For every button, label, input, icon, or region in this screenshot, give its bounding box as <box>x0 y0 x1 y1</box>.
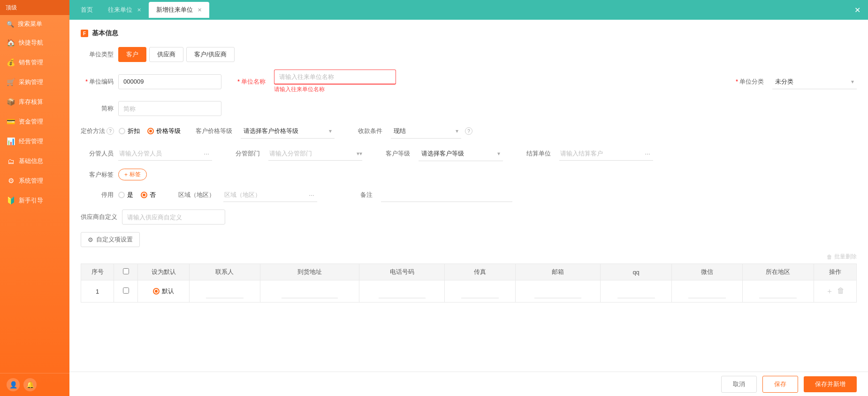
pricing-radio-discount-circle <box>119 128 125 134</box>
supplier-custom-label: 供应商自定义 <box>81 213 122 221</box>
table-cell-wechat <box>671 280 742 303</box>
manager-more-btn[interactable]: ··· <box>204 150 209 157</box>
disabled-radio-no-circle <box>141 192 147 198</box>
customer-level-select[interactable]: 请选择客户等级 <box>419 146 503 161</box>
region-more-btn[interactable]: ··· <box>309 191 314 199</box>
custom-settings-button[interactable]: ⚙ 自定义项设置 <box>81 232 140 247</box>
customer-price-level-select[interactable]: 请选择客户价格等级 <box>241 124 335 139</box>
content-area: F 基本信息 单位类型 客户 供应商 客户/供应商 单位编码 单位名称 请输入往… <box>69 20 868 372</box>
add-tag-button[interactable]: + 标签 <box>118 169 147 180</box>
tab-new-partner[interactable]: 新增往来单位 ✕ <box>149 2 209 18</box>
unit-name-field: 请输入往来单位名称 <box>274 70 396 93</box>
row-default-radio[interactable]: 默认 <box>143 287 184 295</box>
pricing-radio-discount[interactable]: 折扣 <box>119 127 140 135</box>
sidebar-item-label: 新手引导 <box>19 196 43 205</box>
unit-category-select[interactable]: 未分类 <box>772 74 857 89</box>
unit-type-group: 客户 供应商 客户/供应商 <box>118 47 235 62</box>
unit-code-input[interactable] <box>118 74 221 89</box>
supplier-custom-input[interactable] <box>122 210 225 225</box>
delete-row-button[interactable]: 🗑 <box>837 287 845 296</box>
save-button[interactable]: 保存 <box>762 376 798 393</box>
unit-name-input[interactable] <box>274 70 396 85</box>
tab-new-partner-label: 新增往来单位 <box>156 6 193 14</box>
tab-home[interactable]: 首页 <box>73 2 100 18</box>
notification-icon[interactable]: 🔔 <box>23 378 37 391</box>
user-avatar[interactable]: 👤 <box>7 378 20 391</box>
payment-terms-select[interactable]: 现结 <box>391 124 461 139</box>
pricing-radio-level[interactable]: 价格等级 <box>147 127 181 135</box>
row-region-input[interactable] <box>759 284 797 298</box>
tab-partners[interactable]: 往来单位 ✕ <box>100 2 149 18</box>
add-row-button[interactable]: ＋ <box>826 287 833 296</box>
phone-input[interactable] <box>379 284 426 298</box>
tab-bar: 首页 往来单位 ✕ 新增往来单位 ✕ ✕ <box>69 0 868 20</box>
basic-info-icon: 🗂 <box>7 157 15 165</box>
manager-input[interactable] <box>118 147 212 161</box>
table-header-email: 邮箱 <box>516 264 601 280</box>
wechat-input[interactable] <box>688 284 726 298</box>
sidebar-item-basic-info[interactable]: 🗂 基础信息 <box>0 151 69 171</box>
settlement-unit-input[interactable] <box>559 147 653 161</box>
unit-type-customer[interactable]: 客户 <box>118 47 146 62</box>
sidebar-item-newbie[interactable]: 🔰 新手引导 <box>0 191 69 210</box>
select-all-checkbox[interactable] <box>123 268 129 274</box>
remark-label: 备注 <box>340 191 377 199</box>
system-icon: ⚙ <box>7 177 15 185</box>
search-icon: 🔍 <box>7 21 14 28</box>
table-header-phone: 电话号码 <box>359 264 444 280</box>
disabled-radio-no[interactable]: 否 <box>141 191 156 199</box>
tab-partners-close[interactable]: ✕ <box>137 7 141 13</box>
customer-price-level-wrapper: 请选择客户价格等级 <box>241 124 335 139</box>
contact-input[interactable] <box>206 284 244 298</box>
sidebar-item-inventory[interactable]: 📦 库存核算 <box>0 92 69 112</box>
table-cell-default: 默认 <box>138 280 189 303</box>
main-area: 首页 往来单位 ✕ 新增往来单位 ✕ ✕ F 基本信息 单位类型 客户 供应商 … <box>69 0 868 396</box>
sidebar-item-label: 系统管理 <box>19 177 43 185</box>
inventory-icon: 📦 <box>7 98 15 106</box>
pricing-info-icon[interactable]: ? <box>107 127 114 135</box>
qq-input[interactable] <box>617 284 655 298</box>
logo-text: 顶级 <box>6 4 17 12</box>
region-input[interactable] <box>223 188 317 202</box>
newbie-icon: 🔰 <box>7 196 15 205</box>
sidebar-item-system[interactable]: ⚙ 系统管理 <box>0 171 69 191</box>
sidebar-item-operations[interactable]: 📊 经营管理 <box>0 132 69 151</box>
table-cell-fax <box>444 280 515 303</box>
address-input[interactable] <box>282 284 338 298</box>
unit-type-supplier[interactable]: 供应商 <box>149 47 183 62</box>
supplier-custom-row: 供应商自定义 <box>81 210 857 225</box>
unit-type-both[interactable]: 客户/供应商 <box>186 47 235 62</box>
sidebar-item-label: 销售管理 <box>19 58 43 67</box>
sidebar-item-finance[interactable]: 💳 资金管理 <box>0 112 69 132</box>
remark-input[interactable] <box>381 188 512 202</box>
unit-type-row: 单位类型 客户 供应商 客户/供应商 <box>81 47 857 62</box>
row-checkbox[interactable] <box>123 287 129 294</box>
email-input[interactable] <box>534 284 581 298</box>
fax-input[interactable] <box>461 284 499 298</box>
table-header-contact: 联系人 <box>189 264 260 280</box>
tab-bar-close-all[interactable]: ✕ <box>851 4 864 16</box>
department-input[interactable] <box>268 147 362 161</box>
sidebar-item-quicknav[interactable]: 🏠 快捷导航 <box>0 33 69 53</box>
pricing-row: 定价方法 ? 折扣 价格等级 客户价格等级 请选择客户价格等级 <box>81 124 857 139</box>
batch-delete-label[interactable]: 批量删除 <box>834 253 857 261</box>
custom-settings-gear-icon: ⚙ <box>88 236 93 243</box>
disabled-radio-yes[interactable]: 是 <box>118 191 133 199</box>
save-new-button[interactable]: 保存并新增 <box>804 376 857 392</box>
short-name-label: 简称 <box>81 104 118 113</box>
short-name-input[interactable] <box>118 101 221 116</box>
sidebar-item-sales[interactable]: 💰 销售管理 <box>0 53 69 72</box>
settlement-more-btn[interactable]: ··· <box>645 150 650 157</box>
sidebar-search-item[interactable]: 🔍 快捷导航 搜索菜单 <box>0 15 69 33</box>
manager-row: 分管人员 ··· 分管部门 ▾ 客户等级 请选择客户等级 <box>81 146 857 161</box>
custom-settings-label: 自定义项设置 <box>96 235 133 244</box>
disabled-region-row: 停用 是 否 区域（地区） ··· 备注 <box>81 188 857 202</box>
cancel-button[interactable]: 取消 <box>721 376 757 393</box>
table-header-seq: 序号 <box>81 264 114 280</box>
operations-icon: 📊 <box>7 137 15 146</box>
tab-partners-label: 往来单位 <box>108 6 132 14</box>
tab-new-partner-close[interactable]: ✕ <box>198 7 202 13</box>
sidebar-item-purchase[interactable]: 🛒 采购管理 <box>0 72 69 92</box>
short-name-row: 简称 <box>81 101 857 116</box>
payment-terms-info-icon[interactable]: ? <box>465 127 472 135</box>
